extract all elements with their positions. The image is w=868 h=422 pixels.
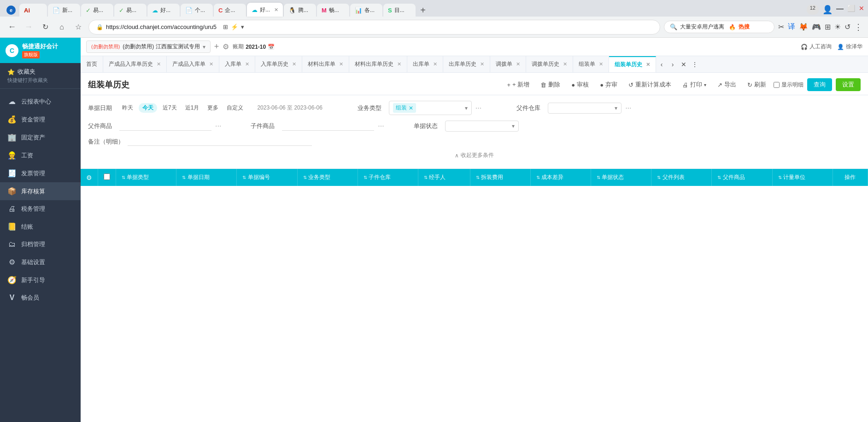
th-biz-type[interactable]: ⇅ 业务类型 — [297, 169, 358, 186]
tab-close-icon[interactable]: ✕ — [245, 61, 249, 67]
tab-nav-right[interactable]: › — [667, 56, 678, 73]
nav-star[interactable]: ☆ — [72, 21, 85, 34]
detail-checkbox-input[interactable] — [774, 82, 780, 88]
translate-icon[interactable]: 译 — [788, 22, 795, 32]
select-all-checkbox[interactable] — [104, 173, 110, 180]
th-child-warehouse[interactable]: ⇅ 子件仓库 — [358, 169, 418, 186]
tab-close-icon[interactable]: ✕ — [209, 61, 213, 67]
tab-out-history[interactable]: 出库单历史 ✕ — [443, 56, 490, 73]
sidebar-item-cloud-report[interactable]: ☁ 云报表中心 — [0, 92, 81, 110]
game-icon[interactable]: 🎮 — [812, 23, 821, 31]
th-gear[interactable]: ⚙ — [81, 169, 98, 186]
th-parent-list[interactable]: ⇅ 父件列表 — [651, 169, 712, 186]
more-dots-biz[interactable]: ··· — [475, 104, 481, 112]
emoji-icon[interactable]: 🦊 — [799, 23, 808, 31]
tab-ge[interactable]: 📊 各... — [350, 4, 382, 17]
brightness-icon[interactable]: ☀ — [834, 23, 841, 31]
search-box[interactable]: 🔍 大量安卓用户逃离 🔥 热搜 — [664, 21, 774, 33]
sidebar-item-inventory[interactable]: 📦 库存核算 — [0, 182, 81, 200]
sidebar-item-fixed-assets[interactable]: 🏢 固定资产 — [0, 128, 81, 146]
sidebar-item-member[interactable]: V 畅会员 — [0, 289, 81, 306]
sidebar-item-invoice[interactable]: 🧾 发票管理 — [0, 164, 81, 182]
th-cost-diff[interactable]: ⇅ 成本差异 — [530, 169, 591, 186]
1month-btn[interactable]: 近1月 — [182, 103, 202, 113]
parent-goods-more[interactable]: ··· — [215, 122, 221, 130]
bill-status-dropdown[interactable]: ▾ — [512, 123, 515, 129]
period-selector[interactable]: 账期 2021-10 📅 — [233, 43, 275, 51]
new-tab-btn[interactable]: + — [416, 4, 429, 17]
nav-refresh[interactable]: ↻ — [39, 21, 52, 34]
th-unit[interactable]: ⇅ 计量单位 — [772, 169, 833, 186]
tab-close-icon[interactable]: ✕ — [516, 61, 520, 67]
tab-yi2[interactable]: ✓ 易... — [114, 4, 147, 17]
tab-transfer[interactable]: 调拨单 ✕ — [490, 56, 526, 73]
undo-icon[interactable]: ↺ — [845, 23, 850, 31]
new-btn[interactable]: + + 新增 — [503, 79, 533, 91]
bill-status-select[interactable]: ▾ — [445, 121, 519, 132]
show-detail-checkbox[interactable]: 显示明细 — [774, 81, 803, 89]
nav-back[interactable]: ← — [6, 21, 18, 34]
tab-nav-left[interactable]: ‹ — [656, 56, 667, 73]
sidebar-item-guide[interactable]: 🧭 新手引导 — [0, 271, 81, 289]
tab-hao1[interactable]: ☁ 好... — [147, 4, 180, 17]
sidebar-item-archive[interactable]: 🗂 归档管理 — [0, 236, 81, 253]
tab-material-out[interactable]: 材料出库单 ✕ — [302, 56, 349, 73]
tab-hao2[interactable]: ☁ 好... ✕ — [247, 3, 283, 17]
refresh-btn[interactable]: ↻ 刷新 — [744, 79, 770, 91]
tab-close-icon[interactable]: ✕ — [563, 61, 567, 67]
recalculate-btn[interactable]: ↺ 重新计算成本 — [625, 79, 675, 91]
win-close[interactable]: ✕ — [859, 5, 864, 15]
parent-warehouse-select[interactable]: ▾ — [548, 103, 622, 114]
tab-in-history[interactable]: 入库单历史 ✕ — [255, 56, 302, 73]
tab-close-icon[interactable]: ✕ — [646, 62, 650, 68]
export-btn[interactable]: ↗ 导出 — [714, 79, 740, 91]
win-profile[interactable]: 👤 — [822, 5, 833, 15]
child-goods-input[interactable] — [282, 122, 374, 131]
tab-close-hao2[interactable]: ✕ — [274, 7, 278, 13]
grid-view-icon[interactable]: ⊞ — [825, 23, 831, 31]
tab-tencent[interactable]: 🐧 腾... — [284, 4, 316, 17]
tab-product-in[interactable]: 产成品入库单 ✕ — [167, 56, 219, 73]
tab-ai[interactable]: Ai — [19, 4, 47, 17]
settings-gear-btn[interactable]: ⚙ — [223, 42, 229, 51]
settings-btn[interactable]: 设置 — [836, 78, 861, 91]
address-input[interactable]: 🔒 https://cloud.chanjet.com/accounting/u… — [88, 20, 660, 35]
sidebar-item-settings[interactable]: ⚙ 基础设置 — [0, 253, 81, 271]
child-goods-more[interactable]: ··· — [378, 122, 384, 130]
today-btn[interactable]: 今天 — [139, 103, 157, 113]
sidebar-bookmark[interactable]: ⭐ 收藏夹 快捷键打开收藏夹 — [0, 63, 81, 89]
tab-mu[interactable]: S 目... — [383, 4, 416, 17]
tab-close-icon[interactable]: ✕ — [433, 61, 437, 67]
tab-material-out-history[interactable]: 材料出库单历史 ✕ — [349, 56, 407, 73]
sidebar-item-tax[interactable]: 🖨 税务管理 — [0, 200, 81, 218]
tab-close-icon[interactable]: ✕ — [157, 61, 161, 67]
more-date-btn[interactable]: 更多 — [205, 103, 221, 113]
consult-btn[interactable]: 🎧 人工咨询 — [801, 43, 832, 51]
7days-btn[interactable]: 近7天 — [160, 103, 180, 113]
query-btn[interactable]: 查询 — [807, 78, 832, 91]
tab-enterprise[interactable]: C 企... — [214, 4, 246, 17]
tab-product-in-history[interactable]: 产成品入库单历史 ✕ — [103, 56, 167, 73]
win-maximize[interactable]: ⬜ — [847, 5, 855, 15]
th-bill-date[interactable]: ⇅ 单据日期 — [176, 169, 237, 186]
audit-btn[interactable]: ● 审核 — [568, 79, 592, 91]
tab-assembly[interactable]: 组装单 ✕ — [573, 56, 609, 73]
gear-settings-icon[interactable]: ⚙ — [86, 174, 92, 181]
delete-btn[interactable]: 🗑 删除 — [537, 79, 564, 91]
biz-type-tag-close[interactable]: ✕ — [409, 105, 413, 111]
tab-home[interactable]: 首页 — [81, 56, 103, 73]
biz-type-select[interactable]: 组装 ✕ ▾ — [389, 101, 472, 115]
more-dots-warehouse[interactable]: ··· — [625, 104, 631, 112]
user-info[interactable]: 👤 徐泽华 — [837, 43, 862, 51]
tab-out-bill[interactable]: 出库单 ✕ — [407, 56, 443, 73]
scissors-icon[interactable]: ✂ — [778, 23, 784, 31]
menu-icon[interactable]: ⋮ — [854, 22, 862, 32]
th-handler[interactable]: ⇅ 经手人 — [418, 169, 470, 186]
tab-assembly-history[interactable]: 组装单历史 ✕ — [609, 56, 656, 73]
nav-home[interactable]: ⌂ — [55, 21, 68, 34]
tab-in-bill[interactable]: 入库单 ✕ — [219, 56, 255, 73]
th-bill-status[interactable]: ⇅ 单据状态 — [591, 169, 651, 186]
th-assembly-cost[interactable]: ⇅ 拆装费用 — [470, 169, 530, 186]
parent-goods-input[interactable] — [119, 122, 211, 131]
tab-close-all[interactable]: ✕ — [678, 56, 689, 73]
